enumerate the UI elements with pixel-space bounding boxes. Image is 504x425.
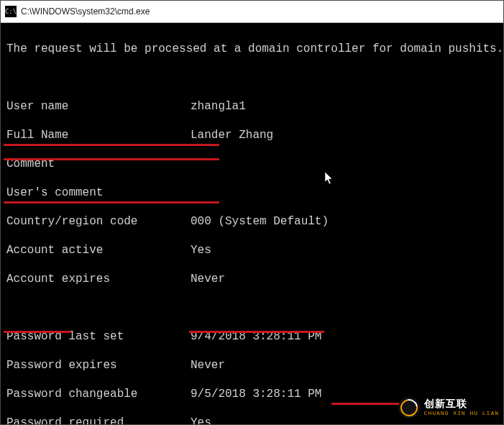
highlight-account xyxy=(4,144,219,146)
field-full-name: Full NameLander Zhang xyxy=(6,128,498,142)
field-password-expires: Password expiresNever xyxy=(6,358,498,373)
highlight-allitguys xyxy=(331,403,403,405)
field-password-required: Password requiredYes xyxy=(6,416,498,424)
highlight-password-expires xyxy=(4,201,219,204)
intro-line: The request will be processed at a domai… xyxy=(6,42,498,56)
window-title: C:\WINDOWS\system32\cmd.exe xyxy=(21,6,150,17)
cmd-window: C:\ C:\WINDOWS\system32\cmd.exe The requ… xyxy=(0,0,504,425)
field-password-changeable: Password changeable9/5/2018 3:28:11 PM xyxy=(6,387,498,401)
watermark-text-zh: 创新互联 xyxy=(424,399,499,409)
highlight-account-expires xyxy=(4,158,219,160)
field-users-comment: User's comment xyxy=(6,186,498,200)
field-account-active: Account activeYes xyxy=(6,243,498,257)
highlight-last-logon-label xyxy=(4,331,71,333)
cmd-icon: C:\ xyxy=(5,6,17,17)
field-country: Country/region code000 (System Default) xyxy=(6,214,498,229)
titlebar[interactable]: C:\ C:\WINDOWS\system32\cmd.exe xyxy=(1,1,503,23)
field-user-name: User namezhangla1 xyxy=(6,99,498,114)
terminal-output[interactable]: The request will be processed at a domai… xyxy=(1,23,503,424)
field-account-expires: Account expiresNever xyxy=(6,272,498,286)
highlight-last-logon-value xyxy=(189,331,324,333)
